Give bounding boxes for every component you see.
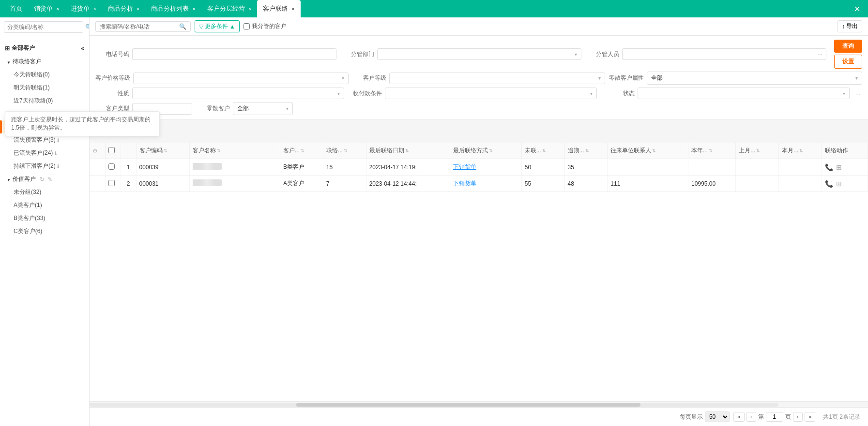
nav-item-home[interactable]: 首页 (4, 0, 28, 17)
row2-method-link[interactable]: 下销货单 (453, 180, 476, 187)
more-conditions-button[interactable]: ▽ 更多条件 ▲ (195, 20, 240, 32)
col-last-method-sort[interactable]: ⇅ (489, 148, 493, 153)
collapse-icon[interactable]: « (81, 45, 84, 52)
main-search-input[interactable] (100, 23, 177, 30)
col-overdue-sort[interactable]: ⇅ (585, 148, 589, 153)
nav-item-analysis[interactable]: 商品分析 × (102, 0, 145, 17)
col-this-month-sort[interactable]: ⇅ (799, 148, 803, 153)
nav-close-segment[interactable]: × (248, 0, 251, 17)
retail-attr-input[interactable]: 全部 ▾ (647, 72, 862, 85)
col-name-sort[interactable]: ⇅ (217, 148, 221, 153)
col-header-actions: 联络动作 (822, 143, 868, 159)
nav-close-analysis-list[interactable]: × (192, 0, 195, 17)
nav-item-analysis-list[interactable]: 商品分析列表 × (145, 0, 201, 17)
next-page-button[interactable]: › (793, 412, 803, 422)
phone-input[interactable] (132, 48, 336, 60)
nav-close-contact[interactable]: × (291, 0, 294, 17)
export-button[interactable]: ↑ 导出 (838, 20, 862, 32)
col-unit-contact-sort[interactable]: ⇅ (652, 148, 656, 153)
today-contact-item[interactable]: 今天待联络(0) (0, 68, 89, 81)
ungroup-item[interactable]: 未分组(32) (0, 186, 89, 199)
more-fields-button[interactable]: ... (853, 89, 862, 98)
price-level-input[interactable]: ▾ (133, 73, 349, 84)
col-level-label: 客户... (283, 147, 300, 155)
row1-method-link[interactable]: 下销货单 (453, 163, 476, 170)
nav-item-segment[interactable]: 客户分层经营 × (201, 0, 257, 17)
row2-this-year: 10995.00 (688, 176, 736, 192)
payment-input[interactable]: ▾ (385, 88, 597, 99)
row2-more-action[interactable]: ⊞ (836, 180, 842, 188)
status-field: 状态 ▾ (601, 88, 850, 99)
nav-item-sales[interactable]: 销货单 × (28, 0, 65, 17)
status-input[interactable]: ▾ (638, 88, 850, 99)
query-button[interactable]: 查询 (834, 40, 862, 53)
nav-item-contact[interactable]: 客户联络 × (257, 0, 300, 17)
dept-input[interactable]: ▾ (377, 48, 581, 60)
expand-icon (7, 59, 11, 65)
last-page-button[interactable]: » (805, 412, 816, 422)
row1-index: 1 (121, 159, 136, 176)
col-last-month-sort[interactable]: ⇅ (756, 148, 760, 153)
gender-input[interactable]: ▾ (132, 88, 344, 99)
row2-check[interactable] (108, 180, 115, 186)
phone-text-input[interactable] (137, 51, 332, 58)
col-last-date-sort[interactable]: ⇅ (405, 148, 409, 153)
c-class-item[interactable]: C类客户(6) (0, 225, 89, 238)
declining-customers-item[interactable]: 持续下滑客户(2) ℹ (0, 160, 89, 173)
customer-level-input[interactable]: ▾ (389, 73, 606, 84)
set-button[interactable]: 设置 (834, 55, 862, 69)
data-table-container[interactable]: ⚙ 客户编码 ⇅ (90, 143, 868, 401)
value-customers-header[interactable]: 价值客户 ↻ ✎ (0, 173, 89, 186)
filter-row-1: 电话号码 分管部门 ▾ 分管人员 ··· (95, 40, 862, 69)
col-code-sort[interactable]: ⇅ (164, 148, 168, 153)
status-text-input[interactable] (642, 90, 843, 97)
main-search-icon[interactable]: 🔍 (179, 23, 186, 30)
col-uncontacted-sort[interactable]: ⇅ (542, 148, 546, 153)
prev-page-button[interactable]: ‹ (746, 412, 756, 422)
manager-input[interactable]: ··· (622, 48, 826, 60)
per-page-select[interactable]: 20 50 100 (705, 411, 730, 422)
a-class-item[interactable]: A类客户(1) (0, 199, 89, 212)
nav-item-purchase[interactable]: 进货单 × (65, 0, 102, 17)
manager-text-input[interactable] (626, 51, 818, 58)
price-level-text-input[interactable] (137, 75, 342, 82)
my-customers-checkbox[interactable]: 我分管的客户 (244, 22, 287, 30)
nav-close-purchase[interactable]: × (93, 0, 96, 17)
customer-level-text-input[interactable] (394, 75, 599, 82)
row2-phone-action[interactable]: 📞 (825, 180, 833, 188)
payment-text-input[interactable] (389, 90, 590, 97)
col-level-sort[interactable]: ⇅ (301, 148, 305, 153)
scrollbar-thumb[interactable] (296, 403, 641, 407)
gender-text-input[interactable] (137, 90, 337, 97)
sidebar-search-input[interactable] (4, 21, 83, 33)
edit-icon[interactable]: ✎ (47, 176, 52, 183)
refresh-icon[interactable]: ↻ (40, 176, 45, 183)
sidebar-search-icon[interactable]: 🔍 (85, 24, 90, 30)
row1-check[interactable] (108, 163, 115, 170)
pagination-bar: 每页显示 20 50 100 « ‹ 第 页 › » 共1页 2条记录 (90, 407, 868, 426)
page-number-input[interactable] (766, 412, 783, 422)
pending-contact-header[interactable]: 待联络客户 (0, 55, 89, 68)
retail-input[interactable]: 全部 ▾ (233, 102, 293, 115)
table-settings-icon[interactable]: ⚙ (92, 147, 98, 154)
customer-level-label: 客户等级 (352, 74, 386, 82)
dept-text-input[interactable] (381, 51, 575, 58)
my-customers-check[interactable] (244, 23, 250, 29)
horizontal-scrollbar[interactable] (90, 401, 868, 407)
row1-phone-action[interactable]: 📞 (825, 163, 833, 171)
first-page-button[interactable]: « (733, 412, 745, 422)
col-contact-sort[interactable]: ⇅ (344, 148, 348, 153)
col-this-year-sort[interactable]: ⇅ (709, 148, 713, 153)
nav-close-analysis[interactable]: × (137, 0, 139, 17)
b-class-item[interactable]: B类客户(33) (0, 212, 89, 225)
row1-more-action[interactable]: ⊞ (836, 163, 842, 171)
close-all-button[interactable]: ✕ (850, 4, 864, 14)
tomorrow-contact-item[interactable]: 明天待联络(1) (0, 81, 89, 94)
week-contact-item[interactable]: 近7天待联络(0) (0, 94, 89, 107)
lost-customers-item[interactable]: 已流失客户(24) ℹ (0, 147, 89, 160)
col-contact-label: 联络... (326, 147, 343, 155)
main-layout: 🔍 ⊞ 全部客户 « 待联络客户 今天待联络(0) 明天待联络(1) 近7天待联… (0, 17, 868, 426)
select-all-checkbox[interactable] (108, 147, 115, 153)
nav-close-sales[interactable]: × (56, 0, 59, 17)
all-customers-header[interactable]: ⊞ 全部客户 « (0, 41, 89, 55)
